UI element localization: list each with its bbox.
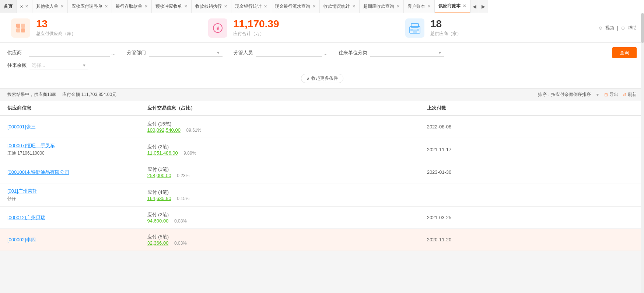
nav-tab-payable-adjust-label: 应收应付调整单 [71, 3, 102, 10]
balance-dropdown-icon[interactable]: ▼ [82, 63, 86, 68]
nav-tab-bank-deposit[interactable]: 银行存取款单 ✕ [112, 0, 152, 13]
trans-amount-4[interactable]: 94,600.00 [147, 218, 169, 224]
nav-tab-customer-account[interactable]: 客户账本 ✕ [404, 0, 435, 13]
nav-tab-t3[interactable]: 3 ✕ [17, 0, 32, 13]
supplier-link-2[interactable]: [000100]本特勤油品有限公司 [7, 169, 69, 175]
balance-select[interactable]: ▼ [29, 61, 88, 69]
payable-total-icon: ¥ [208, 18, 227, 38]
trans-label-0: 应付 (15笔) [147, 121, 427, 127]
nav-tab-cash-bank-stat-close[interactable]: ✕ [264, 4, 267, 9]
collapse-button[interactable]: ∧ 收起更多条件 [301, 74, 343, 83]
result-amount-summary: 应付金额 111,703,854.00元 [62, 92, 116, 98]
video-link[interactable]: 视频 [605, 25, 614, 31]
nav-tab-t3-close[interactable]: ✕ [25, 4, 28, 9]
nav-tab-prepay-verify-label: 预收冲应收单 [155, 3, 182, 10]
person-filter-label: 分管人员 [234, 49, 253, 56]
svg-rect-3 [21, 28, 25, 32]
supplier-link-3[interactable]: [001]广州荣轩 [7, 188, 37, 194]
supplier-cell-4: [000012]广州贝瑞 [7, 214, 147, 221]
dept-dropdown-icon[interactable]: ▼ [216, 51, 220, 55]
balance-filter-label: 往来余额 [7, 62, 27, 69]
nav-tab-other-income[interactable]: 其他收入单 ✕ [32, 0, 68, 13]
trans-label-4: 应付 (2笔) [147, 211, 427, 218]
data-table: 供应商信息 应付交易信息（占比） 上次付数 [000001]张三 应付 (15笔… [0, 101, 644, 251]
refresh-icon: ↺ [623, 92, 626, 97]
supplier-link-0[interactable]: [000001]张三 [7, 124, 36, 130]
table-row: [000012]广州贝瑞 应付 (2笔) 94,600.00 0.08% 202… [0, 207, 644, 229]
help-link[interactable]: 帮助 [628, 25, 637, 31]
sort-dropdown-icon[interactable]: ▼ [595, 92, 600, 97]
nav-tab-cash-bank-stat[interactable]: 现金银行统计 ✕ [231, 0, 271, 13]
nav-tab-receipt-verify[interactable]: 收款核销执行 ✕ [192, 0, 231, 13]
transaction-cell-3: 应付 (4笔) 164,635.90 0.15% [147, 189, 427, 201]
stats-header: 13 总应付供应商（家） ¥ 11,170.39 应付合计（万） [0, 13, 644, 43]
search-button[interactable]: 查询 [612, 47, 637, 58]
category-input[interactable] [372, 50, 438, 55]
supplier-link-5[interactable]: [000002]李四 [7, 237, 36, 242]
nav-tab-receipt-stat[interactable]: 收款情况统计 ✕ [320, 0, 360, 13]
person-input[interactable] [256, 49, 322, 57]
category-dropdown-icon[interactable]: ▼ [438, 51, 442, 55]
supplier-link-1[interactable]: [000007]恒旺二手叉车 [7, 143, 55, 148]
sort-label[interactable]: 排序：按应付余额倒序排序 [538, 92, 591, 98]
nav-tab-receipt-stat-close[interactable]: ✕ [352, 4, 356, 9]
trans-percent-0: 89.61% [186, 128, 202, 133]
nav-tab-bank-deposit-close[interactable]: ✕ [144, 4, 148, 9]
supplier-cell-3: [001]广州荣轩 仔仔 [7, 188, 147, 202]
transaction-cell-1: 应付 (2笔) 11,051,486.00 9.89% [147, 144, 427, 156]
supplier-cell-0: [000001]张三 [7, 124, 147, 130]
trans-amount-5[interactable]: 32,366.00 [147, 240, 169, 246]
nav-tab-overdue-query[interactable]: 超期应收款查询 ✕ [360, 0, 404, 13]
collapse-bar: ∧ 收起更多条件 [7, 72, 637, 85]
trans-amount-0[interactable]: 100,092,540.00 [147, 127, 181, 133]
nav-tab-prepay-verify[interactable]: 预收冲应收单 ✕ [152, 0, 192, 13]
transaction-cell-0: 应付 (15笔) 100,092,540.00 89.61% [147, 121, 427, 133]
trans-label-1: 应付 (2笔) [147, 144, 427, 150]
supplier-link-4[interactable]: [000012]广州贝瑞 [7, 215, 45, 220]
nav-tab-cash-bank-flow[interactable]: 现金银行流水查询 ✕ [271, 0, 320, 13]
trans-amount-1[interactable]: 11,051,486.00 [147, 150, 178, 156]
supplier-input[interactable] [29, 49, 110, 57]
total-suppliers-label: 总供应商（家） [430, 31, 461, 37]
nav-tab-supplier-account-close[interactable]: ✕ [463, 4, 466, 8]
nav-next-button[interactable]: ▶ [479, 0, 488, 13]
video-icon: ⊙ [599, 25, 602, 31]
trans-amount-3[interactable]: 164,635.90 [147, 196, 171, 201]
nav-tab-home[interactable]: 首页 [0, 0, 17, 13]
scrollbar-thumb[interactable] [641, 13, 644, 43]
nav-tab-supplier-account[interactable]: 供应商账本 ✕ [435, 0, 470, 13]
export-label: 导出 [609, 92, 618, 98]
nav-tab-receipt-verify-close[interactable]: ✕ [224, 4, 227, 9]
export-button[interactable]: ⊞ 导出 [604, 92, 618, 98]
col-header-last-pay: 上次付数 [427, 105, 637, 111]
table-row: [000007]恒旺二手叉车 王通 17106110000 应付 (2笔) 11… [0, 138, 644, 161]
top-right-links: ⊙ 视频 | ⊙ 帮助 [591, 18, 644, 38]
person-ellipsis-btn[interactable]: ... [323, 50, 328, 56]
nav-tab-payable-adjust[interactable]: 应收应付调整单 ✕ [68, 0, 112, 13]
collapse-label: 收起更多条件 [311, 75, 338, 82]
svg-text:¥: ¥ [217, 26, 219, 31]
dept-select[interactable]: ▼ [149, 49, 223, 57]
refresh-button[interactable]: ↺ 刷新 [623, 92, 637, 98]
nav-tab-cash-bank-stat-label: 现金银行统计 [235, 3, 262, 10]
balance-input[interactable] [32, 62, 82, 68]
balance-filter: 往来余额 ▼ [7, 61, 88, 69]
nav-tab-payable-adjust-close[interactable]: ✕ [105, 4, 108, 9]
nav-tab-cash-bank-flow-close[interactable]: ✕ [312, 4, 316, 9]
supplier-cell-2: [000100]本特勤油品有限公司 [7, 169, 147, 176]
svg-rect-0 [16, 24, 20, 28]
stat-block-total-suppliers: 18 总供应商（家） [394, 18, 591, 38]
trans-amount-2[interactable]: 258,000.00 [147, 173, 171, 178]
nav-prev-button[interactable]: ◀ [470, 0, 479, 13]
vertical-scrollbar[interactable] [641, 13, 644, 251]
nav-tab-overdue-query-close[interactable]: ✕ [396, 4, 400, 9]
table-row: [000100]本特勤油品有限公司 应付 (1笔) 258,000.00 0.2… [0, 161, 644, 183]
supplier-ellipsis-btn[interactable]: ... [111, 50, 116, 56]
nav-tab-other-income-close[interactable]: ✕ [60, 4, 64, 9]
dept-input[interactable] [151, 50, 216, 55]
nav-tab-prepay-verify-close[interactable]: ✕ [184, 4, 188, 9]
category-select[interactable]: ▼ [370, 49, 444, 57]
nav-tab-supplier-account-label: 供应商账本 [438, 3, 461, 9]
nav-tab-customer-account-close[interactable]: ✕ [427, 4, 431, 9]
trans-label-3: 应付 (4笔) [147, 189, 427, 196]
